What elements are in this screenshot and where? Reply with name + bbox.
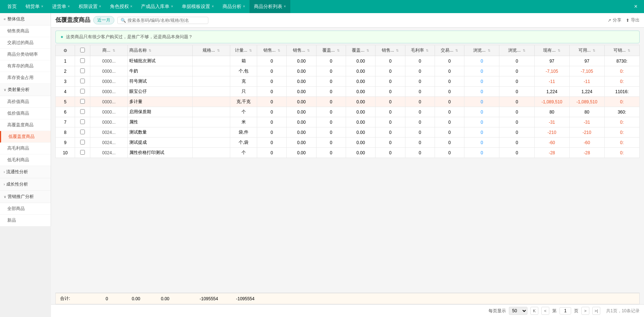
nav-close-icon[interactable]: × <box>243 0 245 13</box>
row-checkbox[interactable] <box>80 79 85 83</box>
select-all-checkbox[interactable] <box>80 48 85 52</box>
row-browse1[interactable]: 0 <box>464 127 499 138</box>
th-sales2[interactable]: 销售... ⇅ <box>287 45 316 56</box>
search-input[interactable] <box>127 18 205 23</box>
share-button[interactable]: ↗ 分享 <box>608 17 621 23</box>
th-browse1[interactable]: 浏览... ⇅ <box>464 45 499 56</box>
th-browse2[interactable]: 浏览... ⇅ <box>499 45 534 56</box>
th-gross[interactable]: 毛利率 ⇅ <box>405 45 435 56</box>
row-browse1[interactable]: 0 <box>464 148 499 158</box>
nav-close-icon[interactable]: × <box>130 0 133 13</box>
nav-close-icon[interactable]: × <box>41 0 43 13</box>
nav-close-icon[interactable]: × <box>212 0 214 13</box>
row-browse1[interactable]: 0 <box>464 107 499 117</box>
row-browse1[interactable]: 0 <box>464 87 499 97</box>
th-name[interactable]: 商品名称 ⇅ <box>128 45 192 56</box>
next-page-button[interactable]: > <box>581 307 589 315</box>
content-area: 低覆盖度商品 近一月 🔍 ↗ 分享 ⬆ 导出 ✦ 这类商品只有很少客户购买过，是… <box>51 13 644 317</box>
sidebar-item-sales-goods[interactable]: 销售类商品 <box>0 25 51 37</box>
row-checkbox[interactable] <box>80 150 85 155</box>
row-code: 0024... <box>90 138 128 148</box>
nav-finished-goods[interactable]: 产成品入库单 × <box>137 0 177 13</box>
content-header: 低覆盖度商品 近一月 🔍 ↗ 分享 ⬆ 导出 <box>51 13 644 28</box>
nav-close-icon[interactable]: × <box>68 0 70 13</box>
row-browse1[interactable]: 0 <box>464 117 499 127</box>
export-button[interactable]: ⬆ 导出 <box>626 17 640 23</box>
search-icon: 🔍 <box>121 18 126 23</box>
row-checkbox[interactable] <box>80 130 85 134</box>
top-navigation: 首页 销货单 × 进货单 × 权限设置 × 角色授权 × 产成品入库单 × 单据… <box>0 0 644 13</box>
first-page-button[interactable]: K <box>530 307 538 315</box>
th-trade[interactable]: 交易... ⇅ <box>435 45 464 56</box>
nav-close-icon[interactable]: × <box>171 0 173 13</box>
row-num: 1 <box>56 56 75 66</box>
row-name: 符号测试 <box>128 76 192 87</box>
sidebar-item-high-value[interactable]: 高价值商品 <box>0 96 51 108</box>
row-browse1[interactable]: 0 <box>464 66 499 76</box>
row-browse1[interactable]: 0 <box>464 138 499 148</box>
row-code: 0000... <box>90 56 128 66</box>
sidebar-marketing-header[interactable]: ∨ 营销推广分析 <box>0 191 51 203</box>
th-sales3[interactable]: 销售... ⇅ <box>376 45 405 56</box>
th-cover2[interactable]: 覆盖... ⇅ <box>346 45 376 56</box>
sidebar-liquidity-header[interactable]: › 流通性分析 <box>0 166 51 178</box>
sidebar-item-low-coverage[interactable]: 低覆盖度商品 <box>0 131 51 143</box>
table-row: 4 0000... 眼宝公仔 只 0 0.00 0 0.00 0 0 0 0 0… <box>56 87 640 97</box>
nav-home[interactable]: 首页 <box>3 0 21 13</box>
sidebar-item-low-value[interactable]: 低价值商品 <box>0 108 51 119</box>
page-number-input[interactable] <box>559 307 571 314</box>
sidebar-item-new-goods[interactable]: 新品 <box>0 215 51 226</box>
row-browse1[interactable]: 0 <box>464 76 499 87</box>
sidebar-overall-header[interactable]: « 整体信息 <box>0 13 51 25</box>
settings-icon[interactable]: ⚙ <box>63 48 67 53</box>
sidebar-wrapper: « 整体信息 销售类商品 交易过的商品 商品分类动销率 有库存的商品 库存资金占… <box>0 13 51 317</box>
row-checkbox[interactable] <box>80 119 85 124</box>
last-page-button[interactable]: >| <box>592 307 600 315</box>
th-sales1[interactable]: 销售... ⇅ <box>257 45 287 56</box>
row-checkbox[interactable] <box>80 58 85 63</box>
row-browse1[interactable]: 0 <box>464 97 499 107</box>
nav-close-icon[interactable]: × <box>99 0 101 13</box>
sidebar-item-high-margin[interactable]: 高毛利商品 <box>0 143 51 154</box>
th-code[interactable]: 商... ⇅ <box>90 45 128 56</box>
sidebar-item-inventory-capital[interactable]: 库存资金占用 <box>0 72 51 84</box>
nav-template-settings[interactable]: 单据模板设置 × <box>177 0 218 13</box>
row-checkbox[interactable] <box>80 89 85 94</box>
row-checkbox[interactable] <box>80 109 85 114</box>
sort-icon: ⇅ <box>593 49 596 52</box>
th-available[interactable]: 可用... ⇅ <box>569 45 604 56</box>
nav-role-auth[interactable]: 角色授权 × <box>106 0 137 13</box>
table-row: 5 0000... 多计量 克,千克 0 0.00 0 0.00 0 0 0 0… <box>56 97 640 107</box>
sort-icon: ⇅ <box>558 49 561 52</box>
close-all-button[interactable]: × <box>631 0 641 13</box>
nav-sales-order[interactable]: 销货单 × <box>21 0 48 13</box>
prev-page-button[interactable]: < <box>541 307 549 315</box>
sidebar-item-high-coverage[interactable]: 高覆盖度商品 <box>0 119 51 131</box>
time-filter-button[interactable]: 近一月 <box>93 16 114 24</box>
th-spec[interactable]: 规格... ⇅ <box>192 45 230 56</box>
nav-product-analysis[interactable]: 商品分析 × <box>218 0 250 13</box>
row-gross: 0 <box>405 97 435 107</box>
row-browse1[interactable]: 0 <box>464 56 499 66</box>
th-saleable[interactable]: 可销... ⇅ <box>604 45 639 56</box>
nav-permission-settings[interactable]: 权限设置 × <box>74 0 106 13</box>
sidebar-category-analysis-header[interactable]: ∨ 类射量分析 <box>0 84 51 96</box>
sidebar-item-stocked-goods[interactable]: 有库存的商品 <box>0 60 51 72</box>
sidebar-item-traded-goods[interactable]: 交易过的商品 <box>0 37 51 49</box>
th-unit[interactable]: 计量... ⇅ <box>230 45 257 56</box>
th-current[interactable]: 现有... ⇅ <box>534 45 569 56</box>
nav-close-icon[interactable]: × <box>284 0 286 13</box>
row-checkbox[interactable] <box>80 99 85 104</box>
sidebar-growth-header[interactable]: › 成长性分析 <box>0 178 51 191</box>
nav-purchase-order[interactable]: 进货单 × <box>48 0 74 13</box>
sidebar-item-low-margin[interactable]: 低毛利商品 <box>0 154 51 166</box>
row-checkbox[interactable] <box>80 140 85 144</box>
page-size-select[interactable]: 50 100 200 <box>509 307 527 315</box>
sidebar-item-category-turnover[interactable]: 商品分类动销率 <box>0 49 51 60</box>
sidebar-item-all-goods[interactable]: 全部商品 <box>0 203 51 215</box>
row-checkbox[interactable] <box>80 68 85 73</box>
table-container[interactable]: ⚙ 商... ⇅ 商品名称 ⇅ <box>55 45 640 293</box>
th-cover1[interactable]: 覆盖... ⇅ <box>316 45 346 56</box>
row-cover1: 0 <box>316 107 346 117</box>
nav-product-analysis-list[interactable]: 商品分析列表 × <box>250 0 290 13</box>
